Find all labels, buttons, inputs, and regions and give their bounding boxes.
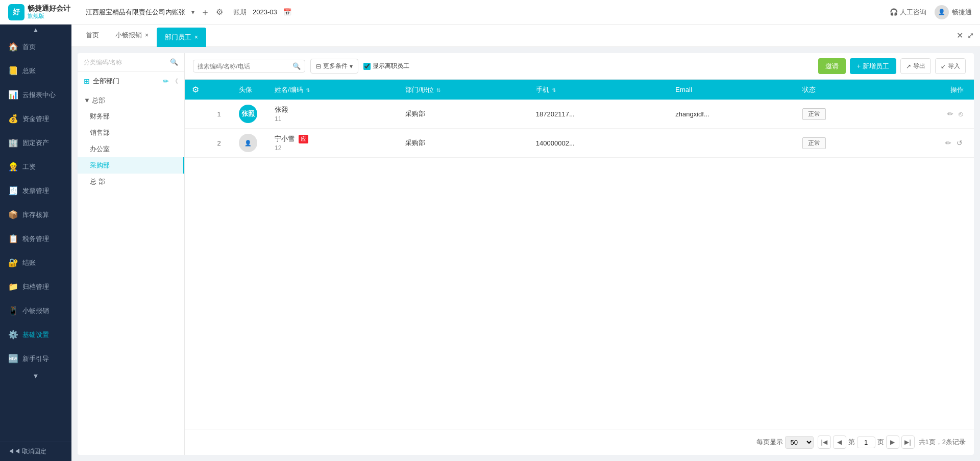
page-size-select: 每页显示 50 100 (756, 436, 814, 449)
sidebar-item-reports[interactable]: 📊 云报表中心 (0, 83, 71, 107)
user-name: 畅捷通 (952, 8, 972, 17)
funds-icon: 💰 (8, 114, 18, 124)
cell-email-1: zhangxidf... (668, 100, 795, 129)
expand-tab-btn[interactable]: ⤢ (967, 31, 974, 40)
app-name: 畅捷通好会计 (28, 4, 70, 13)
tax-icon: 📋 (8, 234, 18, 244)
sidebar-item-salary[interactable]: 👷 工资 (0, 155, 71, 179)
last-page-btn[interactable]: ▶| (901, 435, 915, 449)
close-tab-btn[interactable]: ✕ (957, 31, 963, 40)
add-company-button[interactable]: ＋ (201, 6, 210, 18)
cell-avatar-1: 张照 (232, 100, 267, 129)
sidebar-item-ledger[interactable]: 📒 总账 (0, 59, 71, 83)
service-label: 人工咨询 (900, 8, 926, 17)
avatar-1: 张照 (239, 105, 257, 123)
sidebar-item-label: 小畅报销 (22, 306, 49, 316)
dept-collapse-icon[interactable]: 《 (172, 77, 178, 86)
logout-icon-1[interactable]: ⎋ (959, 110, 963, 118)
cell-num-1: 1 (206, 100, 232, 129)
period-label: 账期 (233, 8, 247, 17)
edit-icon-2[interactable]: ✏ (945, 139, 951, 147)
add-employee-button[interactable]: + 新增员工 (850, 58, 896, 74)
status-badge-1: 正常 (802, 108, 826, 120)
dept-search-input[interactable] (84, 59, 167, 66)
logo-text-group: 畅捷通好会计 旗舰版 (28, 4, 70, 20)
sidebar-item-label: 归档管理 (22, 282, 49, 292)
tab-home[interactable]: 首页 (78, 25, 107, 47)
dept-item-finance[interactable]: 财务部 (78, 108, 184, 125)
dept-edit-icon[interactable]: ✏ (163, 77, 169, 85)
toolbar-right: 邀请 + 新增员工 ↗ 导出 ↙ 导入 (818, 58, 966, 74)
dept-all-header[interactable]: ⊞ 全部部门 ✏ 《 (78, 71, 184, 91)
tab-expense[interactable]: 小畅报销 × (107, 25, 157, 47)
page-nav: |◀ ◀ 第 页 ▶ ▶| (818, 435, 915, 449)
sidebar-item-assets[interactable]: 🏢 固定资产 (0, 131, 71, 155)
dept-item-purchase[interactable]: 采购部 (78, 157, 184, 174)
tabs-bar: 首页 小畅报销 × 部门员工 × ✕ ⤢ (71, 25, 980, 47)
tab-department-close-icon[interactable]: × (194, 34, 198, 41)
sidebar-item-inventory[interactable]: 📦 库存核算 (0, 203, 71, 227)
dept-item-office[interactable]: 办公室 (78, 141, 184, 157)
cell-action-1: ✏ ⎋ (897, 100, 974, 129)
employee-search-box: 🔍 (193, 60, 305, 72)
table-settings-icon[interactable]: ⚙ (192, 85, 199, 94)
dept-search-area: 🔍 (78, 53, 184, 71)
sidebar-item-label: 发票管理 (22, 186, 49, 196)
page-size-dropdown[interactable]: 50 100 (785, 436, 814, 449)
sidebar-item-close[interactable]: 🔐 结账 (0, 251, 71, 275)
sidebar-item-invoice[interactable]: 🧾 发票管理 (0, 179, 71, 203)
settings-icon[interactable]: ⚙ (216, 7, 223, 17)
show-inactive-toggle[interactable]: 显示离职员工 (363, 62, 409, 70)
sidebar-item-expense[interactable]: 📱 小畅报销 (0, 299, 71, 323)
calendar-icon[interactable]: 📅 (283, 8, 291, 16)
employee-search-icon[interactable]: 🔍 (292, 62, 301, 70)
sidebar-item-tax[interactable]: 📋 税务管理 (0, 227, 71, 251)
emp-code-2: 12 (275, 144, 391, 152)
dept-grid-icon: ⊞ (84, 77, 90, 85)
service-button[interactable]: 🎧 人工咨询 (890, 8, 926, 17)
employee-area: 🔍 ⊟ 更多条件 ▾ 显示离职员工 邀请 + 新增员工 (185, 53, 974, 455)
dept-item-sales[interactable]: 销售部 (78, 125, 184, 141)
cell-phone-2: 140000002... (529, 129, 668, 158)
sort-name-icon[interactable]: ⇅ (306, 87, 310, 93)
show-inactive-label: 显示离职员工 (373, 62, 409, 70)
next-page-btn[interactable]: ▶ (886, 435, 899, 449)
sidebar-item-funds[interactable]: 💰 资金管理 (0, 107, 71, 131)
col-avatar: 头像 (232, 80, 267, 100)
first-page-btn[interactable]: |◀ (818, 435, 831, 449)
app-sub: 旗舰版 (28, 12, 70, 20)
tab-department[interactable]: 部门员工 × (157, 28, 206, 47)
export-button[interactable]: ↗ 导出 (900, 58, 931, 74)
tab-expand-area: ✕ ⤢ (957, 31, 974, 40)
refresh-icon-2[interactable]: ↺ (957, 139, 963, 147)
sort-phone-icon[interactable]: ⇅ (552, 87, 556, 93)
scroll-down-btn[interactable]: ▼ (0, 371, 71, 381)
page-size-label: 每页显示 (756, 438, 783, 447)
expense-icon: 📱 (8, 306, 18, 316)
edit-icon-1[interactable]: ✏ (947, 110, 953, 118)
company-dropdown-icon[interactable]: ▾ (191, 9, 194, 16)
prev-page-btn[interactable]: ◀ (833, 435, 846, 449)
sidebar-item-home[interactable]: 🏠 首页 (0, 35, 71, 59)
sort-dept-icon[interactable]: ⇅ (436, 87, 440, 93)
user-area[interactable]: 👤 畅捷通 (935, 5, 972, 19)
page-input[interactable] (857, 436, 875, 448)
unpin-button[interactable]: ◀◀ 取消固定 (0, 442, 71, 461)
dept-search-icon[interactable]: 🔍 (170, 58, 178, 66)
tab-expense-label: 小畅报销 (115, 31, 142, 40)
sidebar-item-label: 工资 (22, 162, 36, 172)
cell-name-1: 张熙 11 (267, 100, 398, 129)
sidebar-item-archive[interactable]: 📁 归档管理 (0, 275, 71, 299)
sidebar-item-settings[interactable]: ⚙️ 基础设置 (0, 323, 71, 347)
col-dept: 部门/职位 ⇅ (398, 80, 529, 100)
scroll-up-btn[interactable]: ▲ (0, 25, 71, 35)
dept-item-headquarters[interactable]: 总 部 (78, 174, 184, 190)
cell-avatar-2: 👤 (232, 129, 267, 158)
show-inactive-checkbox[interactable] (363, 63, 371, 70)
filter-button[interactable]: ⊟ 更多条件 ▾ (310, 59, 358, 74)
import-button[interactable]: ↙ 导入 (935, 58, 966, 74)
employee-search-input[interactable] (198, 63, 290, 70)
invite-button[interactable]: 邀请 (818, 58, 846, 74)
sidebar-item-guide[interactable]: 🆕 新手引导 (0, 347, 71, 371)
tab-expense-close-icon[interactable]: × (145, 32, 149, 39)
